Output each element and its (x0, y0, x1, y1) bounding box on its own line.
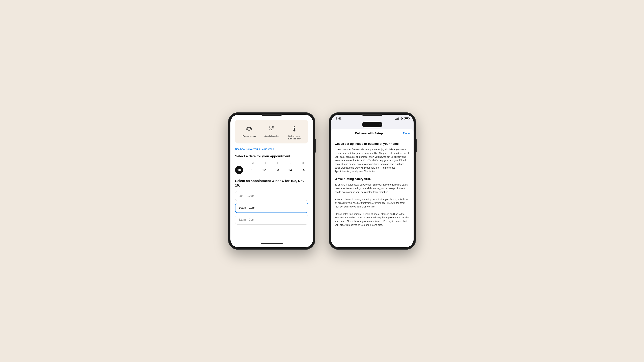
battery-icon (404, 117, 409, 120)
day-header-2: T (260, 162, 270, 164)
wifi-icon (400, 117, 403, 120)
social-distancing-label: Social distancing (264, 135, 279, 137)
day-header-3: F (273, 162, 283, 164)
cal-date-13[interactable]: 13 (272, 166, 282, 174)
select-date-heading: Select a date for your appointment: (235, 154, 308, 158)
face-coverings-svg (245, 125, 253, 132)
phone-2-screen: 9:41 (331, 115, 414, 247)
modal-section-2: You can choose to have your setup occur … (335, 198, 410, 209)
see-how-link[interactable]: See how Delivery with Setup works (235, 147, 308, 150)
modal-section-1-heading: We're putting safety first. (335, 177, 410, 181)
cal-date-12[interactable]: 12 (259, 166, 269, 174)
svg-line-0 (247, 128, 248, 130)
status-time: 9:41 (336, 117, 342, 120)
svg-line-2 (250, 128, 251, 130)
phone-2: 9:41 (329, 112, 416, 250)
calendar: T W T F S S 10 11 12 13 14 15 (235, 162, 308, 174)
modal-section-3-text: Please note: One person 18 years of age … (335, 212, 410, 227)
svg-point-9 (294, 130, 295, 131)
people-icon (267, 124, 276, 133)
signal-bar-3 (398, 118, 398, 120)
modal-section-0-text: A team member from our delivery partner … (335, 148, 410, 173)
signal-bar-4 (398, 117, 399, 120)
signal-bar-2 (396, 118, 397, 120)
modal-section-0-heading: Get all set up inside or outside of your… (335, 142, 410, 146)
delivery-team-svg (291, 125, 298, 132)
cal-date-15[interactable]: 15 (298, 166, 308, 174)
svg-point-3 (270, 126, 271, 128)
day-header-1: W (248, 162, 258, 164)
safety-card: Face coverings (235, 120, 308, 143)
signal-bars-icon (396, 117, 399, 120)
day-header-0: T (235, 162, 245, 164)
modal-section-3: Please note: One person 18 years of age … (335, 212, 410, 227)
time-slot-2[interactable]: 12pm – 2pm (235, 215, 308, 225)
day-header-5: S (298, 162, 308, 164)
battery-fill (405, 118, 408, 119)
safety-item-social-distancing: Social distancing (262, 124, 282, 137)
signal-bar-1 (396, 119, 396, 120)
calendar-day-headers: T W T F S S (235, 162, 308, 164)
time-slot-0[interactable]: 8am – 10am (235, 191, 308, 201)
mask-icon (245, 124, 254, 133)
modal-done-button[interactable]: Done (403, 132, 410, 135)
modal-section-1: We're putting safety first. To ensure a … (335, 177, 410, 194)
status-icons (396, 117, 409, 120)
camera-indicator (379, 124, 381, 125)
cal-date-14[interactable]: 14 (285, 166, 295, 174)
status-bar: 9:41 (331, 115, 414, 122)
svg-point-4 (272, 126, 274, 128)
modal-section-2-text: You can choose to have your setup occur … (335, 198, 410, 209)
phone-1: Face coverings (228, 112, 315, 250)
modal-title: Delivery with Setup (355, 132, 383, 135)
calendar-dates: 10 11 12 13 14 15 (235, 166, 308, 174)
modal-header: Delivery with Setup Done (331, 129, 414, 138)
cal-date-11[interactable]: 11 (246, 166, 256, 174)
phone-1-screen: Face coverings (230, 115, 313, 247)
social-distancing-svg (268, 125, 276, 132)
dynamic-island (362, 122, 382, 127)
modal-section-1-text: To ensure a safer setup experience, Enjo… (335, 183, 410, 194)
day-header-4: S (286, 162, 296, 164)
face-coverings-label: Face coverings (242, 135, 256, 137)
safety-item-face-coverings: Face coverings (239, 124, 259, 137)
delivery-team-label: Delivery team evaluated daily (284, 135, 304, 140)
modal-section-0: Get all set up inside or outside of your… (335, 142, 410, 173)
modal-body: Get all set up inside or outside of your… (331, 138, 414, 247)
svg-point-13 (402, 119, 402, 119)
appointment-window-heading: Select an appointment window for Tue, No… (235, 179, 308, 188)
phone-1-content: Face coverings (230, 115, 313, 233)
time-slot-1[interactable]: 10am – 12pm (235, 203, 308, 213)
thermometer-icon (290, 124, 299, 133)
cal-date-10[interactable]: 10 (235, 166, 243, 174)
home-indicator (261, 243, 282, 244)
modal-sheet: Delivery with Setup Done Get all set up … (331, 129, 414, 247)
safety-item-delivery-team: Delivery team evaluated daily (284, 124, 304, 140)
